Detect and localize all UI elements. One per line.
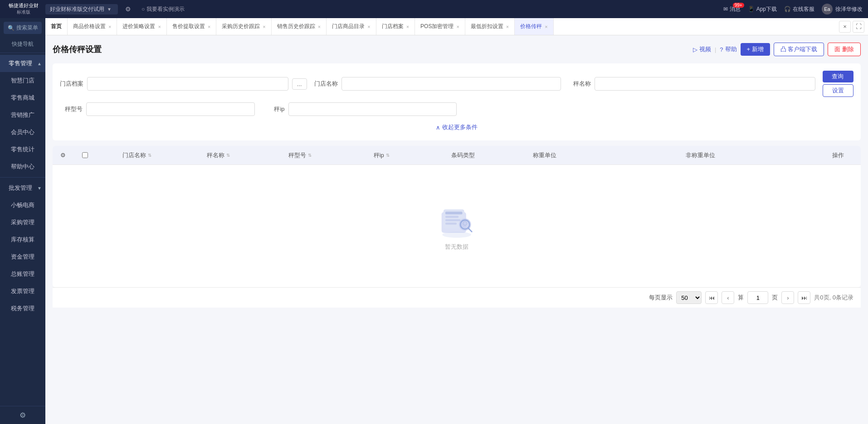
tab-store-file[interactable]: 门店档案 ×	[376, 18, 415, 35]
scale-ip-input[interactable]	[288, 102, 457, 116]
online-service-button[interactable]: 🎧 在线客服	[784, 5, 814, 13]
sidebar-item-label: 智慧门店	[4, 77, 42, 85]
scale-name-input[interactable]	[595, 77, 815, 91]
store-file-dots-button[interactable]: ...	[292, 78, 307, 90]
tab-close-icon[interactable]: ×	[406, 24, 409, 29]
user-area[interactable]: Ea 徐泽华修改	[822, 4, 863, 14]
filter-row-1: 门店档案 ... 门店名称 秤名称	[60, 71, 853, 97]
app-download-button[interactable]: 📱 App下载	[748, 5, 777, 13]
sidebar-item-retail-mall[interactable]: 零售商城	[0, 89, 45, 106]
page-actions: ▷ 视频 | ? 帮助 + 新增 凸 客户端下载	[693, 43, 861, 56]
video-icon: ▷	[693, 46, 697, 53]
sidebar-item-tax-mgmt[interactable]: 税务管理	[0, 300, 45, 317]
tab-min-discount[interactable]: 最低折扣设置 ×	[465, 18, 515, 35]
demo-button[interactable]: ○ 我要看实例演示	[141, 5, 185, 13]
setting-button[interactable]: 设置	[823, 84, 853, 97]
quick-nav-button[interactable]: 快捷导航	[0, 38, 45, 51]
store-file-input[interactable]	[87, 77, 288, 91]
tab-expand-button[interactable]: ⛶	[853, 21, 864, 33]
sidebar-item-marketing[interactable]: 营销推广	[0, 106, 45, 124]
settings-icon: ⚙	[20, 411, 26, 419]
setting-label: 设置	[832, 87, 844, 95]
sidebar-item-member-center[interactable]: 会员中心	[0, 124, 45, 141]
version-selector[interactable]: 好业财标准版交付试用 ▼	[45, 4, 118, 14]
sidebar-item-label: 批发管理	[4, 184, 37, 192]
prev-page-button[interactable]: ‹	[722, 291, 734, 304]
sidebar-item-help-center[interactable]: 帮助中心	[0, 158, 45, 175]
tab-price-scale[interactable]: 价格传秤 ×	[515, 18, 553, 35]
tab-close-icon[interactable]: ×	[545, 24, 547, 29]
delete-button[interactable]: 面 删除	[828, 43, 861, 56]
sidebar-item-label: 总账管理	[4, 270, 42, 278]
message-button[interactable]: ✉ 消息 99+	[723, 5, 741, 13]
th-checkbox[interactable]	[73, 152, 96, 158]
gear-button[interactable]: ⚙	[122, 3, 134, 15]
sort-icon: ⇅	[308, 153, 312, 158]
filter-scale-type: 秤型号	[60, 102, 255, 116]
video-link-button[interactable]: ▷ 视频	[693, 45, 711, 53]
sidebar-search-area: 🔍 搜索菜单	[0, 18, 45, 38]
tab-close-icon[interactable]: ×	[318, 24, 321, 29]
sidebar-item-label: 营销推广	[4, 111, 42, 119]
page-header: 价格传秤设置 ▷ 视频 | ? 帮助 + 新增	[53, 43, 861, 56]
tab-close-icon[interactable]: ×	[367, 24, 370, 29]
add-button[interactable]: + 新增	[741, 43, 770, 56]
scale-type-input[interactable]	[86, 102, 255, 116]
help-link-button[interactable]: ? 帮助	[720, 45, 736, 53]
expand-icon: ▲	[37, 61, 42, 66]
online-service-label: 在线客服	[793, 5, 814, 13]
th-barcode-type: 条码类型	[422, 151, 504, 159]
table-header: ⚙ 门店名称 ⇅ 秤名称 ⇅ 秤型号	[53, 146, 861, 165]
user-name: 徐泽华修改	[835, 5, 863, 13]
sidebar-item-inventory[interactable]: 库存核算	[0, 231, 45, 248]
tab-close-icon[interactable]: ×	[506, 24, 509, 29]
tab-close-icon[interactable]: ×	[208, 24, 210, 29]
sidebar-item-xiao-chang[interactable]: 小畅电商	[0, 197, 45, 214]
tab-pos-mgmt[interactable]: POS加密管理 ×	[415, 18, 465, 35]
page-unit: 页	[772, 294, 778, 302]
sidebar-item-general-ledger[interactable]: 总账管理	[0, 265, 45, 283]
sidebar-item-smart-store[interactable]: 智慧门店	[0, 72, 45, 89]
last-page-button[interactable]: ⏭	[798, 291, 810, 304]
page-input[interactable]	[747, 291, 768, 304]
query-button[interactable]: 查询	[823, 71, 853, 82]
sidebar-item-invoice-mgmt[interactable]: 发票管理	[0, 283, 45, 300]
tab-label: 门店商品目录	[332, 23, 365, 30]
top-bar-right: ✉ 消息 99+ 📱 App下载 🎧 在线客服 Ea 徐泽华修改	[723, 4, 863, 14]
tab-close-icon[interactable]: ×	[456, 24, 459, 29]
tab-home[interactable]: 首页	[45, 18, 68, 35]
tab-label: 门店档案	[382, 23, 404, 30]
sidebar-item-retail-stats[interactable]: 零售统计	[0, 141, 45, 158]
tab-close-icon[interactable]: ×	[158, 24, 161, 29]
demo-label: 我要看实例演示	[146, 5, 185, 13]
tab-sale-history[interactable]: 销售历史价跟踪 ×	[272, 18, 327, 35]
tab-close-icon[interactable]: ×	[108, 24, 111, 29]
tab-sale-price[interactable]: 售价提取设置 ×	[167, 18, 216, 35]
download-button[interactable]: 凸 客户端下载	[774, 43, 824, 56]
help-icon: ?	[720, 46, 723, 53]
th-settings[interactable]: ⚙	[53, 152, 73, 159]
collapse-label: 收起更多条件	[442, 123, 478, 131]
next-page-button[interactable]: ›	[781, 291, 794, 304]
first-page-button[interactable]: ⏮	[705, 291, 718, 304]
tab-purchase-history[interactable]: 采购历史价跟踪 ×	[216, 18, 271, 35]
sidebar-settings-button[interactable]: ⚙	[0, 406, 45, 424]
sidebar-item-finance-mgmt[interactable]: 资金管理	[0, 248, 45, 265]
store-name-input[interactable]	[341, 77, 561, 91]
search-menu-button[interactable]: 🔍 搜索菜单	[4, 22, 42, 34]
empty-state: 暂无数据	[53, 165, 861, 287]
tab-close-all-button[interactable]: ×	[839, 21, 851, 33]
tab-goods-price[interactable]: 商品价格设置 ×	[68, 18, 117, 35]
content-area: 首页 商品价格设置 × 进价策略设置 × 售价提取设置 × 采购历史价跟踪 ×	[45, 18, 868, 424]
tab-purchase-strategy[interactable]: 进价策略设置 ×	[117, 18, 166, 35]
sidebar-item-label: 发票管理	[4, 287, 42, 295]
sidebar-item-purchase-mgmt[interactable]: 采购管理	[0, 214, 45, 231]
sidebar-item-wholesale-mgmt[interactable]: 批发管理 ▼	[0, 179, 45, 197]
per-page-select[interactable]: 50 20 100	[676, 291, 702, 304]
select-all-checkbox[interactable]	[82, 152, 88, 158]
collapse-button[interactable]: ∧ 收起更多条件	[60, 121, 853, 133]
table-container: ⚙ 门店名称 ⇅ 秤名称 ⇅ 秤型号	[53, 146, 861, 287]
tab-store-catalog[interactable]: 门店商品目录 ×	[327, 18, 376, 35]
sidebar-item-retail-mgmt[interactable]: 零售管理 ▲	[0, 55, 45, 72]
tab-close-icon[interactable]: ×	[263, 24, 265, 29]
